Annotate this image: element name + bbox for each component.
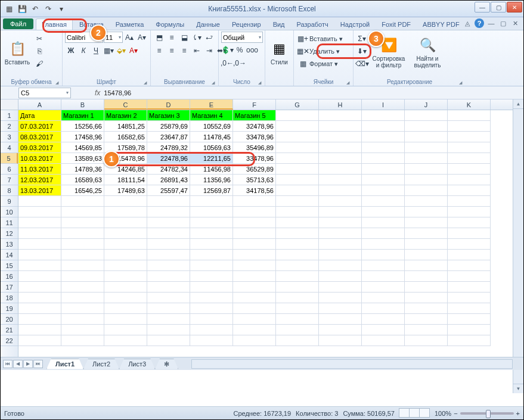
- cell[interactable]: [190, 293, 233, 303]
- sheet-prev-icon[interactable]: ◀: [13, 360, 23, 368]
- maximize-button[interactable]: ▢: [491, 2, 506, 13]
- cell[interactable]: Магазин 5: [233, 110, 276, 121]
- cell[interactable]: [147, 228, 190, 239]
- cell[interactable]: [61, 207, 104, 217]
- row-header-5[interactable]: 5: [1, 153, 18, 164]
- cell[interactable]: 11356,96: [190, 175, 233, 185]
- cell[interactable]: [448, 121, 491, 132]
- cell[interactable]: 12.03.2017: [18, 175, 61, 185]
- cell[interactable]: [104, 282, 147, 293]
- copy-icon[interactable]: ⎘: [33, 45, 45, 57]
- cell[interactable]: Магазин 2: [104, 110, 147, 121]
- cell[interactable]: 33478,96: [233, 153, 276, 164]
- cell[interactable]: [362, 293, 405, 303]
- font-color-icon[interactable]: A▾: [128, 45, 139, 57]
- comma-icon[interactable]: ооо: [246, 44, 258, 56]
- name-box[interactable]: C5: [18, 88, 71, 98]
- cell[interactable]: [104, 314, 147, 325]
- cell[interactable]: [104, 325, 147, 335]
- vertical-scrollbar[interactable]: ▲ ▼: [513, 99, 523, 393]
- cell[interactable]: [448, 132, 491, 142]
- cells-area[interactable]: ДатаМагазин 1Магазин 2Магазин 3Магазин 4…: [18, 110, 523, 357]
- cell[interactable]: 12569,87: [190, 185, 233, 196]
- cell[interactable]: [276, 239, 319, 250]
- cell[interactable]: [233, 325, 276, 335]
- cell[interactable]: [104, 335, 147, 346]
- cell[interactable]: [405, 293, 448, 303]
- tab-file[interactable]: Файл: [3, 18, 33, 29]
- cell[interactable]: [61, 303, 104, 314]
- cell[interactable]: [362, 271, 405, 282]
- cell[interactable]: [276, 110, 319, 121]
- cell[interactable]: [362, 303, 405, 314]
- row-header-17[interactable]: 17: [1, 282, 18, 293]
- cell[interactable]: 13589,63: [61, 153, 104, 164]
- cell[interactable]: [233, 293, 276, 303]
- italic-icon[interactable]: К: [77, 45, 89, 57]
- cell[interactable]: 16589,63: [61, 175, 104, 185]
- styles-button[interactable]: ▦ Стили: [268, 32, 291, 73]
- cell[interactable]: 34178,56: [233, 185, 276, 196]
- zoom-level[interactable]: 100%: [435, 410, 451, 417]
- cell[interactable]: [448, 271, 491, 282]
- cell[interactable]: [362, 282, 405, 293]
- cell[interactable]: [276, 207, 319, 217]
- cell[interactable]: 15256,66: [61, 121, 104, 132]
- cell[interactable]: [18, 282, 61, 293]
- cell[interactable]: [147, 207, 190, 217]
- cell[interactable]: [276, 142, 319, 153]
- cell[interactable]: [362, 250, 405, 260]
- redo-icon[interactable]: ↷: [44, 4, 53, 14]
- cell[interactable]: [448, 175, 491, 185]
- cell[interactable]: [276, 282, 319, 293]
- cell[interactable]: [319, 121, 362, 132]
- cell[interactable]: [18, 239, 61, 250]
- cell[interactable]: [233, 282, 276, 293]
- cell[interactable]: [319, 271, 362, 282]
- row-header-10[interactable]: 10: [1, 207, 18, 217]
- row-header-4[interactable]: 4: [1, 142, 18, 153]
- cell[interactable]: [147, 335, 190, 346]
- cell[interactable]: [319, 164, 362, 175]
- cell[interactable]: [319, 217, 362, 228]
- cell[interactable]: [448, 217, 491, 228]
- tab-developer[interactable]: Разработч: [292, 19, 334, 30]
- cell[interactable]: [190, 303, 233, 314]
- formula-input[interactable]: 15478,96: [104, 89, 131, 97]
- cell[interactable]: [18, 325, 61, 335]
- insert-cells-button[interactable]: ▦+Вставить ▾: [296, 33, 351, 45]
- cell[interactable]: 35496,89: [233, 142, 276, 153]
- cell[interactable]: 14789,36: [61, 164, 104, 175]
- format-cells-button[interactable]: ▦Формат ▾: [296, 58, 351, 70]
- zoom-in-icon[interactable]: +: [516, 410, 520, 417]
- number-format-select[interactable]: Общий: [221, 32, 263, 43]
- cell[interactable]: [362, 335, 405, 346]
- cell[interactable]: [104, 271, 147, 282]
- new-sheet-button[interactable]: ✻: [155, 359, 178, 369]
- cell[interactable]: [362, 153, 405, 164]
- cell[interactable]: [104, 303, 147, 314]
- row-header-16[interactable]: 16: [1, 271, 18, 282]
- cell[interactable]: 13.03.2017: [18, 185, 61, 196]
- cell[interactable]: [233, 196, 276, 207]
- cell[interactable]: [319, 196, 362, 207]
- cell[interactable]: [448, 185, 491, 196]
- underline-icon[interactable]: Ч: [90, 45, 102, 57]
- cell[interactable]: [405, 175, 448, 185]
- cell[interactable]: 16546,25: [61, 185, 104, 196]
- cell[interactable]: [362, 228, 405, 239]
- cell[interactable]: [362, 132, 405, 142]
- cell[interactable]: [233, 260, 276, 271]
- save-icon[interactable]: 💾: [17, 4, 27, 14]
- cell[interactable]: [405, 121, 448, 132]
- cell[interactable]: [147, 260, 190, 271]
- cell[interactable]: [104, 293, 147, 303]
- cell[interactable]: [362, 121, 405, 132]
- align-middle-icon[interactable]: ≡: [166, 32, 178, 43]
- cell[interactable]: [405, 282, 448, 293]
- cell[interactable]: [190, 217, 233, 228]
- help-icon[interactable]: ?: [475, 18, 484, 28]
- cell[interactable]: [104, 196, 147, 207]
- cell[interactable]: [319, 282, 362, 293]
- cell[interactable]: [319, 335, 362, 346]
